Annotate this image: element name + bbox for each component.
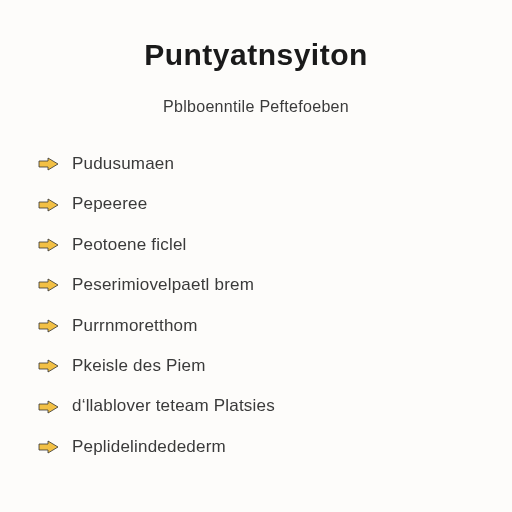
list-item-label: Peplidelindedederm bbox=[72, 437, 226, 457]
bullet-list: Pudusumaen Pepeeree Peotoene ficlel bbox=[30, 154, 482, 457]
list-item: Pkeisle des Piem bbox=[38, 356, 482, 376]
hand-point-right-icon bbox=[38, 439, 60, 455]
list-item-label: Pkeisle des Piem bbox=[72, 356, 206, 376]
page-subtitle: Pblboenntile Peftefoeben bbox=[30, 98, 482, 116]
hand-point-right-icon bbox=[38, 237, 60, 253]
list-item-label: Purrnmoretthom bbox=[72, 316, 198, 336]
list-item: Pudusumaen bbox=[38, 154, 482, 174]
document-container: Puntyatnsyiton Pblboenntile Peftefoeben … bbox=[0, 0, 512, 507]
list-item: Purrnmoretthom bbox=[38, 316, 482, 336]
hand-point-right-icon bbox=[38, 318, 60, 334]
list-item-label: d‘llablover teteam Platsies bbox=[72, 396, 275, 416]
hand-point-right-icon bbox=[38, 277, 60, 293]
list-item-label: Pudusumaen bbox=[72, 154, 174, 174]
hand-point-right-icon bbox=[38, 156, 60, 172]
hand-point-right-icon bbox=[38, 358, 60, 374]
page-title: Puntyatnsyiton bbox=[30, 38, 482, 72]
list-item-label: Pepeeree bbox=[72, 194, 147, 214]
list-item: Peotoene ficlel bbox=[38, 235, 482, 255]
hand-point-right-icon bbox=[38, 399, 60, 415]
list-item: d‘llablover teteam Platsies bbox=[38, 396, 482, 416]
list-item: Peplidelindedederm bbox=[38, 437, 482, 457]
list-item-label: Peserimiovelpaetl brem bbox=[72, 275, 254, 295]
list-item-label: Peotoene ficlel bbox=[72, 235, 187, 255]
list-item: Peserimiovelpaetl brem bbox=[38, 275, 482, 295]
list-item: Pepeeree bbox=[38, 194, 482, 214]
hand-point-right-icon bbox=[38, 197, 60, 213]
